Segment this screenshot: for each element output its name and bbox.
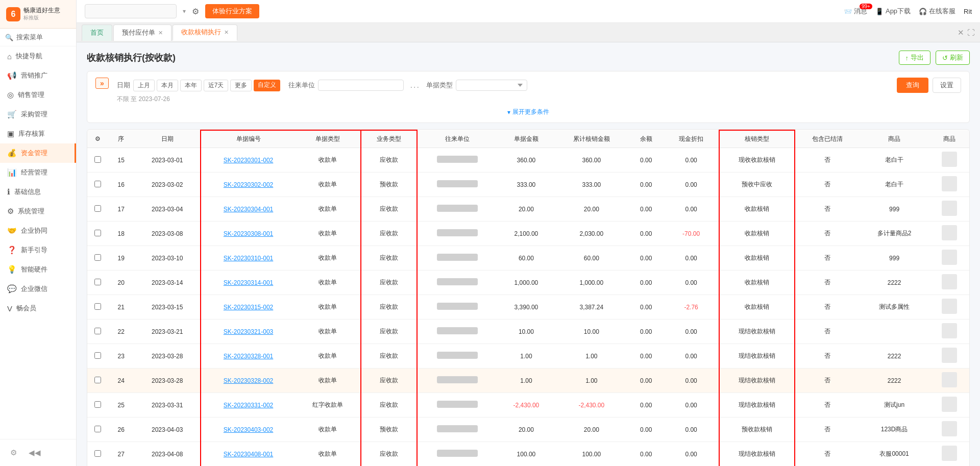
filter-date-this-month[interactable]: 本月 xyxy=(157,80,178,91)
row-checkbox[interactable] xyxy=(94,303,101,310)
cell-biz-type: 应收款 xyxy=(361,271,417,295)
doc-no-link[interactable]: SK-20230408-001 xyxy=(224,451,273,458)
topbar-online-service[interactable]: 🎧 在线客服 xyxy=(919,7,955,16)
doc-no-link[interactable]: SK-20230302-002 xyxy=(224,181,273,188)
sidebar-item-enterprise[interactable]: 🤝 企业协同 xyxy=(0,221,76,240)
cell-checkbox[interactable] xyxy=(87,344,108,369)
doc-no-link[interactable]: SK-20230308-001 xyxy=(224,230,273,237)
row-checkbox[interactable] xyxy=(94,156,101,163)
row-checkbox[interactable] xyxy=(94,352,101,359)
filter-doctype-select[interactable] xyxy=(456,80,527,91)
filter-date-this-year[interactable]: 本年 xyxy=(180,80,202,91)
cell-include-cleared: 否 xyxy=(795,418,860,442)
sidebar-item-sales[interactable]: ◎ 销售管理 xyxy=(0,85,76,105)
filter-query-button[interactable]: 查询 xyxy=(897,78,928,93)
tab-prepay[interactable]: 预付应付单 ✕ xyxy=(113,24,172,41)
row-checkbox[interactable] xyxy=(94,230,101,236)
sidebar-item-purchase[interactable]: 🛒 采购管理 xyxy=(0,105,76,124)
sidebar-item-hardware[interactable]: 💡 智能硬件 xyxy=(0,260,76,279)
sidebar-item-guide[interactable]: ❓ 新手引导 xyxy=(0,240,76,260)
doc-no-link[interactable]: SK-20230328-001 xyxy=(224,353,273,360)
filter-date-7days[interactable]: 近7天 xyxy=(204,80,229,91)
th-counterparty: 往来单位 xyxy=(417,130,498,148)
cell-checkbox[interactable] xyxy=(87,246,108,271)
row-checkbox[interactable] xyxy=(94,279,101,285)
topbar-search-input[interactable] xyxy=(85,4,177,18)
doc-no-link[interactable]: SK-20230315-002 xyxy=(224,304,273,311)
cell-goods: 衣服00001 xyxy=(860,442,929,467)
th-gear[interactable]: ⚙ xyxy=(87,130,108,148)
cell-checkbox[interactable] xyxy=(87,271,108,295)
sidebar-item-marketing[interactable]: 📢 营销推广 xyxy=(0,66,76,85)
sidebar-item-quick-nav[interactable]: ⌂ 快捷导航 xyxy=(0,46,76,66)
topbar-gear-icon[interactable]: ⚙ xyxy=(192,7,199,16)
sidebar-item-basics[interactable]: ℹ 基础信息 xyxy=(0,182,76,202)
tab-prepay-close-icon[interactable]: ✕ xyxy=(158,30,163,36)
cell-date: 2023-03-14 xyxy=(134,271,201,295)
cell-checkbox[interactable] xyxy=(87,442,108,467)
filter-date-more[interactable]: 更多 xyxy=(230,80,252,91)
sidebar-item-system[interactable]: ⚙ 系统管理 xyxy=(0,202,76,221)
doc-no-link[interactable]: SK-20230310-001 xyxy=(224,255,273,262)
topbar-username[interactable]: Rit xyxy=(964,8,972,15)
cell-cash-discount: 0.00 xyxy=(664,197,719,222)
row-checkbox[interactable] xyxy=(94,377,101,383)
filter-expand-row[interactable]: ▾ 展开更多条件 xyxy=(95,108,961,116)
row-checkbox[interactable] xyxy=(94,450,101,457)
cell-checkbox[interactable] xyxy=(87,418,108,442)
doc-no-link[interactable]: SK-20230321-003 xyxy=(224,328,273,335)
sidebar-item-wechat[interactable]: 💬 企业微信 xyxy=(0,279,76,299)
cell-checkbox[interactable] xyxy=(87,295,108,320)
collapse-icon[interactable]: ◀◀ xyxy=(27,445,43,461)
tabs-close-icon[interactable]: ✕ xyxy=(958,28,964,37)
cell-doc-no: SK-20230301-002 xyxy=(201,148,296,173)
cell-checkbox[interactable] xyxy=(87,222,108,246)
filter-date-last-month[interactable]: 上月 xyxy=(133,80,155,91)
cell-checkbox[interactable] xyxy=(87,148,108,173)
row-checkbox[interactable] xyxy=(94,401,101,408)
filter-date-custom[interactable]: 自定义 xyxy=(254,80,280,91)
industry-solution-button[interactable]: 体验行业方案 xyxy=(205,4,259,18)
refresh-button[interactable]: ↺ 刷新 xyxy=(936,51,970,65)
row-checkbox[interactable] xyxy=(94,426,101,432)
doc-no-link[interactable]: SK-20230403-002 xyxy=(224,426,273,433)
tab-home[interactable]: 首页 xyxy=(82,24,112,41)
cell-checkbox[interactable] xyxy=(87,369,108,393)
row-checkbox[interactable] xyxy=(94,181,101,187)
settings-icon[interactable]: ⚙ xyxy=(5,445,21,461)
cell-checkbox[interactable] xyxy=(87,197,108,222)
filter-counterparty-input[interactable] xyxy=(318,80,404,91)
sidebar-item-operations[interactable]: 📊 经营管理 xyxy=(0,163,76,182)
topbar-caret-icon[interactable]: ▾ xyxy=(183,8,186,15)
cell-doc-type: 收款单 xyxy=(296,344,360,369)
topbar-messages[interactable]: 📨 消息 99+ xyxy=(844,7,867,16)
tab-receipt-verify[interactable]: 收款核销执行 ✕ xyxy=(173,24,237,41)
table-gear-icon[interactable]: ⚙ xyxy=(95,135,101,142)
filter-dots: ... xyxy=(410,81,420,90)
sidebar-item-inventory[interactable]: ▣ 库存核算 xyxy=(0,124,76,143)
cell-checkbox[interactable] xyxy=(87,393,108,418)
tab-receipt-verify-close-icon[interactable]: ✕ xyxy=(224,29,229,36)
cell-doc-type: 收款单 xyxy=(296,320,360,344)
doc-no-link[interactable]: SK-20230304-001 xyxy=(224,206,273,213)
doc-no-link[interactable]: SK-20230301-002 xyxy=(224,157,273,164)
cell-balance: 0.00 xyxy=(628,393,664,418)
topbar-app-download[interactable]: 📱 App下载 xyxy=(875,7,911,16)
sidebar-item-finance[interactable]: 💰 资金管理 xyxy=(0,143,76,163)
sidebar-search[interactable]: 🔍 搜索菜单 xyxy=(0,29,76,46)
row-checkbox[interactable] xyxy=(94,328,101,334)
row-checkbox[interactable] xyxy=(94,205,101,212)
doc-no-link[interactable]: SK-20230314-001 xyxy=(224,279,273,286)
doc-no-link[interactable]: SK-20230331-002 xyxy=(224,402,273,409)
filter-settings-button[interactable]: 设置 xyxy=(933,78,961,93)
filter-collapse-button[interactable]: » xyxy=(95,78,109,89)
cell-checkbox[interactable] xyxy=(87,173,108,197)
cell-balance: 0.00 xyxy=(628,442,664,467)
doc-no-link[interactable]: SK-20230328-002 xyxy=(224,377,273,384)
tabs-maximize-icon[interactable]: ⛶ xyxy=(967,28,975,37)
table-scroll[interactable]: ⚙ 序 日期 单据编号 单据类型 业务类型 往来单位 单据金额 累计核销金额 余… xyxy=(87,130,969,466)
row-checkbox[interactable] xyxy=(94,254,101,261)
sidebar-item-member[interactable]: V 畅会员 xyxy=(0,299,76,318)
export-button[interactable]: ↑ 导出 xyxy=(899,51,931,65)
cell-checkbox[interactable] xyxy=(87,320,108,344)
